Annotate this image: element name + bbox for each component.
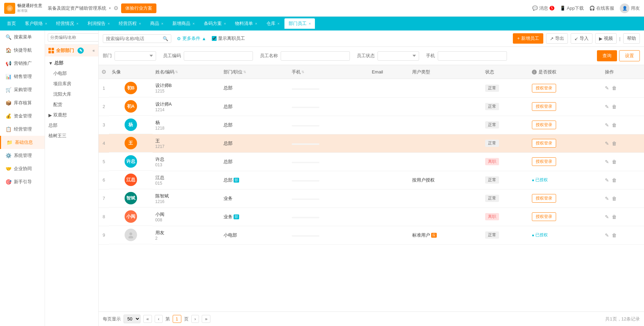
dept-node-zongbu2[interactable]: 总部	[45, 120, 98, 131]
search-input[interactable]	[106, 36, 161, 41]
first-page-btn[interactable]: «	[143, 315, 152, 323]
th-name[interactable]: 姓名/编码 ⇅	[153, 65, 221, 79]
nav-item-warehouse[interactable]: 仓库×	[262, 18, 284, 29]
name-sort[interactable]: 姓名/编码 ⇅	[155, 69, 218, 75]
trial-button[interactable]: 体验行业方案	[121, 3, 156, 13]
th-phone[interactable]: 手机 ⇅	[289, 65, 369, 79]
auth-btn[interactable]: 授权登录	[532, 194, 556, 203]
auth-btn[interactable]: 授权登录	[532, 139, 556, 148]
sidebar-item-nav[interactable]: 🏠 快捷导航	[0, 44, 45, 57]
close-icon[interactable]: ×	[309, 21, 311, 26]
edit-btn[interactable]: ✎	[605, 141, 609, 146]
close-icon[interactable]: ×	[192, 21, 194, 26]
sidebar-item-search[interactable]: 🔍 搜索菜单	[0, 30, 45, 44]
sidebar-item-finance[interactable]: 💰 资金管理	[0, 109, 45, 123]
edit-btn[interactable]: ✎	[605, 122, 609, 128]
delete-btn[interactable]: 🗑	[612, 122, 617, 128]
emp-status-select[interactable]	[378, 51, 419, 61]
sidebar-item-guide[interactable]: 🎯 新手引导	[0, 175, 45, 188]
edit-btn[interactable]: ✎	[605, 85, 609, 91]
sidebar-item-system[interactable]: ⚙️ 系统管理	[0, 149, 45, 162]
dept-sort[interactable]: 部门/职位 ⇅	[224, 69, 286, 75]
close-icon[interactable]: ×	[108, 21, 110, 26]
edit-btn[interactable]: ✎	[605, 196, 609, 201]
edit-btn[interactable]: ✎	[605, 214, 609, 220]
auth-btn[interactable]: 授权登录	[532, 84, 556, 92]
auth-btn[interactable]: 授权登录	[532, 102, 556, 111]
auth-btn[interactable]: 授权登录	[532, 212, 556, 221]
dept-edit-icon[interactable]: ✎	[78, 47, 84, 54]
nav-item-bom[interactable]: 物料清单×	[231, 18, 261, 29]
delete-btn[interactable]: 🗑	[612, 177, 617, 183]
sidebar-item-sales[interactable]: 📊 销售管理	[0, 70, 45, 83]
delete-btn[interactable]: 🗑	[612, 104, 617, 109]
dept-node-peihuo[interactable]: 配货	[45, 99, 98, 110]
close-icon[interactable]: ×	[278, 21, 280, 26]
user-area[interactable]: 👤 用友	[620, 3, 640, 13]
set-btn[interactable]: 设置	[619, 50, 640, 61]
phone-input[interactable]	[438, 51, 507, 61]
dept-node-project[interactable]: 项目库房	[45, 79, 98, 89]
nav-item-operation[interactable]: 经营情况×	[52, 18, 82, 29]
prev-page-btn[interactable]: ‹	[155, 315, 162, 323]
edit-btn[interactable]: ✎	[605, 159, 609, 165]
close-icon[interactable]: ×	[139, 21, 141, 26]
online-service-btn[interactable]: 🎧 在线客服	[589, 5, 614, 11]
close-icon[interactable]: ×	[161, 21, 163, 26]
add-employee-btn[interactable]: + 新增员工	[513, 33, 543, 44]
dept-node-zhishu[interactable]: 植树王三	[45, 131, 98, 141]
more-conditions-btn[interactable]: ⚙ 更多条件 ▲	[174, 34, 209, 43]
edit-btn[interactable]: ✎	[605, 232, 609, 238]
sidebar-item-purchase[interactable]: 🛒 采购管理	[0, 83, 45, 96]
close-icon[interactable]: ×	[76, 21, 78, 26]
sidebar-item-inventory[interactable]: 📦 库存核算	[0, 96, 45, 109]
phone-sort[interactable]: 手机 ⇅	[292, 69, 366, 75]
dept-node-zongbu[interactable]: ▼ 总部	[45, 58, 98, 68]
th-settings[interactable]: ⚙	[99, 65, 109, 79]
per-page-select[interactable]: 50	[124, 315, 140, 323]
dept-filter-select[interactable]	[115, 51, 156, 61]
delete-btn[interactable]: 🗑	[612, 214, 617, 220]
nav-item-home[interactable]: 首页	[3, 18, 20, 29]
dept-all-btn[interactable]: 全部部门 ✎ «	[45, 45, 98, 56]
delete-btn[interactable]: 🗑	[612, 141, 617, 146]
sidebar-item-basic[interactable]: 📁 基础信息	[0, 136, 45, 149]
view-btn[interactable]: ▶ 视频	[595, 33, 617, 44]
close-icon[interactable]: ×	[224, 21, 226, 26]
emp-code-input[interactable]	[184, 51, 253, 61]
nav-item-customer[interactable]: 客户联络×	[21, 18, 51, 29]
sidebar-item-marketing[interactable]: 📢 营销推广	[0, 57, 45, 70]
dept-node-shuanglu[interactable]: ▶ 双鹿想	[45, 110, 98, 120]
nav-item-dept[interactable]: 部门员工×	[284, 18, 315, 29]
help-btn[interactable]: 帮助	[623, 33, 640, 44]
next-page-btn[interactable]: ›	[191, 315, 199, 323]
show-resigned-label[interactable]: 显示离职员工	[212, 35, 245, 42]
edit-btn[interactable]: ✎	[605, 177, 609, 183]
export-btn[interactable]: ↗ 导出	[546, 33, 568, 44]
close-icon[interactable]: ×	[255, 21, 257, 26]
help-icon[interactable]: |	[619, 36, 620, 41]
dept-collapse-btn[interactable]: «	[92, 48, 95, 53]
nav-item-goods[interactable]: 商品×	[146, 18, 167, 29]
sys-title-dropdown-icon[interactable]: ▾	[109, 6, 111, 10]
nav-item-history[interactable]: 经营历程×	[115, 18, 145, 29]
delete-btn[interactable]: 🗑	[612, 232, 617, 238]
emp-name-input[interactable]	[281, 51, 350, 61]
nav-item-profit[interactable]: 利润报告×	[83, 18, 114, 29]
close-icon[interactable]: ×	[45, 21, 47, 26]
import-btn[interactable]: ↙ 导入	[571, 33, 592, 44]
query-btn[interactable]: 查询	[597, 50, 617, 61]
dept-node-xiaodian[interactable]: 小电部	[45, 68, 98, 79]
delete-btn[interactable]: 🗑	[612, 159, 617, 165]
settings-icon[interactable]: ⚙	[101, 69, 106, 75]
auth-btn[interactable]: 授权登录	[532, 157, 556, 166]
sidebar-item-management[interactable]: 📋 经营管理	[0, 123, 45, 136]
th-dept[interactable]: 部门/职位 ⇅	[221, 65, 289, 79]
gear-button[interactable]: ⚙	[114, 5, 118, 11]
nav-item-barcode[interactable]: 条码方案×	[200, 18, 230, 29]
message-btn[interactable]: 💬 消息 5	[532, 5, 554, 11]
search-icon[interactable]: 🔍	[163, 36, 168, 41]
app-download-btn[interactable]: 📱 App下载	[560, 5, 584, 11]
edit-btn[interactable]: ✎	[605, 104, 609, 109]
nav-item-new-goods[interactable]: 新增商品×	[168, 18, 199, 29]
